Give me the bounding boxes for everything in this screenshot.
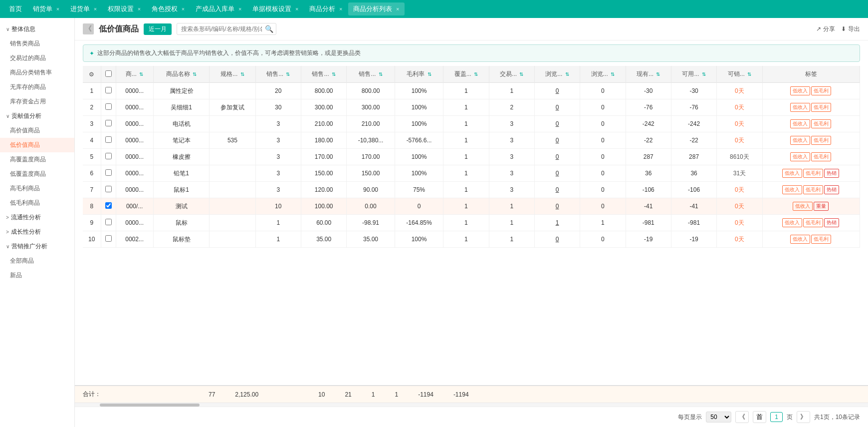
views-link[interactable]: 0 [556,137,559,144]
row-spec [210,83,255,99]
row-current-stock: -106 [626,182,671,198]
col-spec[interactable]: 规格... ⇅ [210,66,255,83]
sidebar-item-new-products[interactable]: 新品 [0,268,74,283]
tag-badge: 低收入 [790,136,810,145]
select-all-checkbox[interactable] [105,70,112,77]
row-checkbox[interactable] [105,219,112,225]
row-name: 铅笔1 [153,165,210,182]
row-coverage: 1 [443,165,489,182]
row-checkbox-cell [101,215,116,231]
nav-analysis[interactable]: 商品分析 × [304,2,347,15]
col-code[interactable]: 商... ⇅ [116,66,153,83]
sidebar-item-all-products[interactable]: 全部商品 [0,254,74,268]
row-views1: 0 [534,165,580,182]
sidebar-item-category-rate[interactable]: 商品分类销售率 [0,65,74,80]
views-link[interactable]: 0 [556,120,559,127]
sidebar-item-high-value[interactable]: 高价值商品 [0,123,74,138]
sidebar-item-stock-fund[interactable]: 库存资金占用 [0,94,74,109]
sidebar-item-low-margin[interactable]: 低毛利商品 [0,196,74,210]
nav-permission[interactable]: 权限设置 × [103,2,146,15]
horizontal-scrollbar[interactable] [75,403,868,407]
col-transactions[interactable]: 交易... ⇅ [489,66,534,83]
views-link[interactable]: 0 [556,203,559,210]
views-link[interactable]: 0 [556,87,559,94]
footer-views1: 1 [372,391,375,398]
col-sales-amount[interactable]: 销售... ⇅ [301,66,346,83]
row-margin: 100% [395,165,443,182]
nav-template[interactable]: 单据模板设置 × [247,2,303,15]
tag-badge: 低毛利 [811,152,831,161]
filter-recent-month[interactable]: 近一月 [144,23,172,35]
views-link[interactable]: 1 [556,219,559,226]
row-sellable: 8610天 [717,149,762,165]
nav-analysis-list[interactable]: 商品分析列表 × [348,2,404,15]
tag-badge: 低收入 [790,152,810,161]
row-checkbox[interactable] [105,169,112,176]
next-page-button[interactable]: 》 [797,411,810,423]
row-checkbox-cell [101,83,116,99]
sidebar-item-low-value[interactable]: 低价值商品 [0,138,74,152]
sidebar-item-high-coverage[interactable]: 高覆盖度商品 [0,152,74,167]
search-input[interactable] [177,23,276,35]
col-current-stock[interactable]: 现有... ⇅ [626,66,671,83]
share-button[interactable]: ↗ 分享 [816,25,835,33]
views-link[interactable]: 0 [556,186,559,193]
first-page-button[interactable]: 《 [735,411,749,423]
sidebar-collapse-button[interactable]: 《 [83,23,94,34]
col-sellable[interactable]: 可销... ⇅ [717,66,762,83]
row-checkbox[interactable] [105,235,112,242]
col-available[interactable]: 可用... ⇅ [671,66,716,83]
sidebar-item-sales-products[interactable]: 销售类商品 [0,36,74,51]
nav-home[interactable]: 首页 [4,2,27,15]
nav-sales-order[interactable]: 销货单 × [28,2,64,15]
views-link[interactable]: 0 [556,170,559,177]
row-checkbox[interactable] [105,120,112,126]
row-name: 属性定价 [153,83,210,99]
col-name[interactable]: 商品名称 ⇅ [153,66,210,83]
arrow-icon-4: > [6,229,9,235]
row-checkbox[interactable] [105,186,112,192]
sidebar-item-no-stock[interactable]: 无库存的商品 [0,80,74,94]
row-sales-qty: 3 [255,182,301,198]
row-checkbox[interactable] [105,136,112,143]
col-sales-cost[interactable]: 销售... ⇅ [347,66,395,83]
row-checkbox[interactable] [105,153,112,159]
row-checkbox[interactable] [105,87,112,93]
row-sellable: 0天 [717,132,762,149]
nav-product-in[interactable]: 产成品入库单 × [191,2,246,15]
row-sales-qty: 3 [255,116,301,132]
row-transactions: 1 [489,83,534,99]
col-views1[interactable]: 浏览... ⇅ [534,66,580,83]
search-button[interactable]: 🔍 [265,25,273,33]
sidebar-item-high-margin[interactable]: 高毛利商品 [0,181,74,196]
nav-role-auth[interactable]: 角色授权 × [147,2,190,15]
export-button[interactable]: ⬇ 导出 [841,25,860,33]
col-coverage[interactable]: 覆盖... ⇅ [443,66,489,83]
row-num-cell: 6 [83,165,101,182]
views-link[interactable]: 0 [556,236,559,243]
sidebar-group-growth[interactable]: >成长性分析 [0,225,74,239]
col-gear[interactable]: ⚙ [83,66,101,83]
sidebar-item-low-coverage[interactable]: 低覆盖度商品 [0,167,74,181]
scrollbar-thumb[interactable] [100,404,200,407]
views-link[interactable]: 0 [556,104,559,111]
row-name: 吴细细1 [153,99,210,116]
sidebar-group-contribution[interactable]: ∨贡献值分析 [0,109,74,123]
col-sales-qty[interactable]: 销售... ⇅ [255,66,301,83]
row-coverage: 1 [443,83,489,99]
row-transactions: 2 [489,99,534,116]
tag-badge: 热销 [824,185,839,194]
row-checkbox[interactable] [105,202,112,209]
page-size-select[interactable]: 50 20 100 [706,412,731,423]
sidebar-group-marketing[interactable]: ∨营销推广分析 [0,239,74,254]
nav-purchase-order[interactable]: 进货单 × [65,2,102,15]
row-spec [210,231,255,248]
views-link[interactable]: 0 [556,153,559,160]
col-margin[interactable]: 毛利率 ⇅ [395,66,443,83]
row-checkbox[interactable] [105,103,112,110]
sidebar-item-traded[interactable]: 交易过的商品 [0,51,74,65]
sidebar-group-overall[interactable]: ∨整体信息 [0,22,74,36]
prev-page-button[interactable]: 首 [753,411,766,423]
col-views2[interactable]: 浏览... ⇅ [580,66,626,83]
sidebar-group-circulation[interactable]: >流通性分析 [0,210,74,225]
